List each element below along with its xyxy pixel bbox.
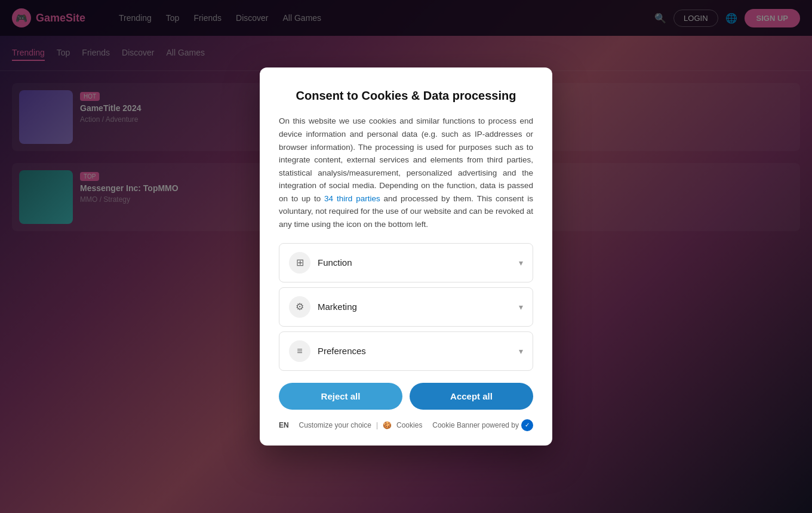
- customize-choice-link[interactable]: Customize your choice: [299, 421, 371, 429]
- preferences-label: Preferences: [318, 346, 366, 356]
- reject-all-button[interactable]: Reject all: [279, 383, 402, 410]
- marketing-icon: ⚙: [289, 296, 310, 318]
- cookies-link[interactable]: Cookies: [396, 421, 422, 429]
- accept-all-button[interactable]: Accept all: [410, 383, 533, 410]
- preferences-chevron-icon: ▾: [519, 346, 523, 356]
- modal-body-text: On this website we use cookies and simil…: [279, 115, 533, 231]
- cookie-consent-modal: Consent to Cookies & Data processing On …: [260, 67, 552, 445]
- third-parties-link[interactable]: 34 third parties: [324, 194, 380, 203]
- footer-center: Customize your choice | 🍪 Cookies: [299, 421, 423, 429]
- powered-by-text: Cookie Banner powered by: [432, 421, 519, 429]
- marketing-label: Marketing: [318, 302, 357, 312]
- modal-title: Consent to Cookies & Data processing: [279, 89, 533, 103]
- function-label: Function: [318, 257, 352, 268]
- accordion-preferences[interactable]: ≡ Preferences ▾: [279, 331, 533, 371]
- marketing-chevron-icon: ▾: [519, 302, 523, 312]
- footer-separator: |: [376, 421, 378, 429]
- function-icon: ⊞: [289, 252, 310, 274]
- footer-powered: Cookie Banner powered by ✓: [432, 419, 533, 431]
- modal-backdrop: Consent to Cookies & Data processing On …: [0, 0, 812, 513]
- function-chevron-icon: ▾: [519, 258, 523, 268]
- modal-buttons: Reject all Accept all: [279, 383, 533, 410]
- preferences-icon: ≡: [289, 340, 310, 362]
- powered-badge-icon: ✓: [521, 419, 533, 431]
- cookies-icon: 🍪: [383, 421, 392, 429]
- modal-footer: EN Customize your choice | 🍪 Cookies Coo…: [279, 419, 533, 431]
- accordion-function[interactable]: ⊞ Function ▾: [279, 243, 533, 282]
- language-label[interactable]: EN: [279, 421, 289, 429]
- accordion-marketing[interactable]: ⚙ Marketing ▾: [279, 287, 533, 327]
